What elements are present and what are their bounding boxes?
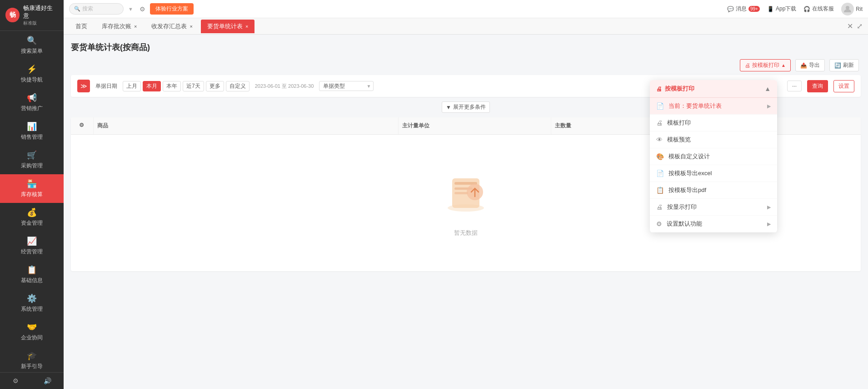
- page-content: 要货单统计表(按商品) 🖨 按模板打印 ▲ 📤 导出 🔄 刷新 ≫ 单据日期 上…: [64, 35, 868, 389]
- finance-icon: 💰: [27, 207, 37, 217]
- display-print-icon: 🖨: [656, 203, 663, 211]
- dropdown-item-export-excel[interactable]: 📄 按模板导出excel: [650, 165, 777, 182]
- sidebar-item-marketing[interactable]: 📢 营销推广: [0, 88, 64, 117]
- app-download-btn[interactable]: 📱 App下载: [767, 5, 796, 13]
- expand-more-btn[interactable]: ▼ 展开更多条件: [442, 101, 490, 113]
- dropdown-item-template-print[interactable]: 🖨 模板打印: [650, 115, 777, 131]
- sidebar-item-label: 新手引导: [21, 363, 43, 370]
- sidebar-item-system[interactable]: ⚙️ 系统管理: [0, 289, 64, 318]
- sidebar-nav: 🔍 搜索菜单 ⚡ 快捷导航 📢 营销推广 📊 销售管理 🛒 采购管理 🏪 库存核…: [0, 31, 64, 372]
- audio-icon[interactable]: 🔊: [44, 377, 51, 384]
- search-placeholder: 搜索: [82, 5, 93, 13]
- template-preview-icon: 👁: [656, 136, 663, 143]
- message-label: 消息: [736, 5, 747, 13]
- date-btn-current-month[interactable]: 本月: [143, 81, 161, 91]
- dropdown-current[interactable]: 📄 当前：要货单统计表 ▶: [650, 98, 777, 115]
- sidebar-item-finance[interactable]: 💰 资金管理: [0, 203, 64, 232]
- dropdown-item-template-preview[interactable]: 👁 模板预览: [650, 131, 777, 148]
- avatar: [841, 3, 854, 15]
- app-icon: 📱: [767, 6, 774, 12]
- sidebar-item-label: 经营管理: [21, 248, 43, 256]
- template-print-label: 按模板打印: [752, 61, 779, 69]
- sidebar-item-label: 搜索菜单: [21, 47, 43, 55]
- sidebar-item-operation[interactable]: 📈 经营管理: [0, 232, 64, 260]
- dropdown-item-label: 模板自定义设计: [668, 152, 710, 161]
- sidebar-item-label: 营销推广: [21, 105, 43, 112]
- date-btn-current-year[interactable]: 本年: [163, 81, 181, 91]
- tab-requisition-stats[interactable]: 要货单统计表 ×: [201, 20, 254, 33]
- tab-home[interactable]: 首页: [69, 20, 94, 33]
- sidebar-item-label: 系统管理: [21, 305, 43, 313]
- app-download-label: App下载: [776, 5, 796, 13]
- tab-close-batch-account[interactable]: ×: [134, 24, 137, 29]
- export-pdf-icon: 📋: [656, 187, 664, 194]
- dropdown-item-set-default[interactable]: ⚙ 设置默认功能 ▶: [650, 216, 777, 232]
- topbar-right: 💬 消息 99+ 📱 App下载 🎧 在线客服 Rit: [727, 3, 863, 15]
- dropdown-close-btn[interactable]: ▲: [764, 85, 771, 92]
- sidebar-item-basic[interactable]: 📋 基础信息: [0, 260, 64, 289]
- date-btn-custom[interactable]: 自定义: [226, 81, 249, 91]
- template-print-btn[interactable]: 🖨 按模板打印 ▲: [740, 59, 791, 71]
- message-icon: 💬: [727, 6, 734, 12]
- tabs-close-btn[interactable]: ✕: [847, 22, 853, 30]
- sidebar-item-label: 资金管理: [21, 219, 43, 227]
- sidebar-item-guide[interactable]: 🎓 新手引导: [0, 346, 64, 372]
- gear-icon-top[interactable]: ⚙: [140, 5, 145, 13]
- date-range: 2023-06-01 至 2023-06-30: [255, 83, 314, 90]
- date-btn-last-7[interactable]: 近7天: [183, 81, 204, 91]
- tab-receipt-summary[interactable]: 收发存汇总表 ×: [145, 20, 199, 33]
- sidebar-item-collab[interactable]: 🤝 企业协同: [0, 318, 64, 346]
- tab-batch-account[interactable]: 库存批次账 ×: [95, 20, 143, 33]
- trial-btn[interactable]: 体验行业方案: [150, 3, 194, 15]
- dropdown-item-display-print[interactable]: 🖨 按显示打印 ▶: [650, 199, 777, 216]
- dropdown-item-template-design[interactable]: 🎨 模板自定义设计: [650, 148, 777, 165]
- expand-label: 展开更多条件: [453, 103, 486, 111]
- tabs-right-controls: ✕ ⤢: [847, 22, 863, 30]
- template-design-icon: 🎨: [656, 153, 664, 160]
- main-area: 🔍 搜索 ▼ ⚙ 体验行业方案 💬 消息 99+ 📱 App下载 🎧 在线客服: [64, 0, 868, 389]
- guide-icon: 🎓: [27, 351, 37, 361]
- dropdown-title-text: 按模板打印: [665, 85, 694, 93]
- sidebar-item-search[interactable]: 🔍 搜索菜单: [0, 31, 64, 60]
- tab-requisition-stats-label: 要货单统计表: [207, 22, 243, 30]
- print-icon-dropdown: 🖨: [656, 86, 662, 92]
- empty-svg: [439, 169, 493, 215]
- page-title: 要货单统计表(按商品): [71, 42, 861, 53]
- date-btn-more[interactable]: 更多: [206, 81, 224, 91]
- set-default-arrow: ▶: [767, 221, 771, 227]
- set-default-icon: ⚙: [656, 220, 662, 227]
- tab-close-receipt-summary[interactable]: ×: [190, 24, 192, 29]
- user-avatar-area[interactable]: Rit: [841, 3, 863, 15]
- dropdown-item-export-pdf[interactable]: 📋 按模板导出pdf: [650, 182, 777, 199]
- dropdown-item-label: 模板打印: [667, 119, 691, 127]
- export-btn[interactable]: 📤 导出: [795, 59, 825, 71]
- logo-title: 畅康通好生意: [23, 5, 58, 20]
- settings-bottom-icon[interactable]: ⚙: [13, 377, 19, 384]
- sidebar-item-sales[interactable]: 📊 销售管理: [0, 117, 64, 146]
- refresh-btn[interactable]: 🔄 刷新: [829, 59, 859, 71]
- date-btn-last-month[interactable]: 上月: [123, 81, 141, 91]
- tabs-expand-btn[interactable]: ⤢: [857, 22, 863, 30]
- col-settings[interactable]: ⚙: [75, 117, 94, 134]
- topbar-search[interactable]: 🔍 搜索: [69, 3, 124, 15]
- sidebar-item-quick-nav[interactable]: ⚡ 快捷导航: [0, 60, 64, 88]
- tab-close-requisition-stats[interactable]: ×: [245, 24, 248, 29]
- svg-rect-5: [454, 192, 468, 194]
- dropdown-item-label: 按模板导出excel: [668, 169, 712, 177]
- query-btn[interactable]: 查询: [807, 80, 828, 92]
- more-options-btn[interactable]: ···: [787, 81, 802, 91]
- tab-batch-account-label: 库存批次账: [102, 22, 131, 30]
- search-icon: 🔍: [27, 35, 37, 45]
- dropdown-current-arrow: ▶: [767, 103, 771, 109]
- settings-btn[interactable]: 设置: [833, 80, 854, 92]
- dropdown-item-label: 模板预览: [667, 136, 691, 144]
- message-btn[interactable]: 💬 消息 99+: [727, 5, 760, 13]
- sidebar-item-inventory[interactable]: 🏪 库存核算: [0, 174, 64, 203]
- sidebar-item-label: 销售管理: [21, 133, 43, 141]
- template-print-icon: 🖨: [656, 119, 663, 126]
- filter-expand-icon[interactable]: ≫: [77, 80, 90, 92]
- doc-type-select[interactable]: 单据类型: [319, 81, 374, 91]
- display-print-label: 按显示打印: [667, 203, 697, 211]
- sidebar-item-purchase[interactable]: 🛒 采购管理: [0, 146, 64, 174]
- online-service-btn[interactable]: 🎧 在线客服: [803, 5, 834, 13]
